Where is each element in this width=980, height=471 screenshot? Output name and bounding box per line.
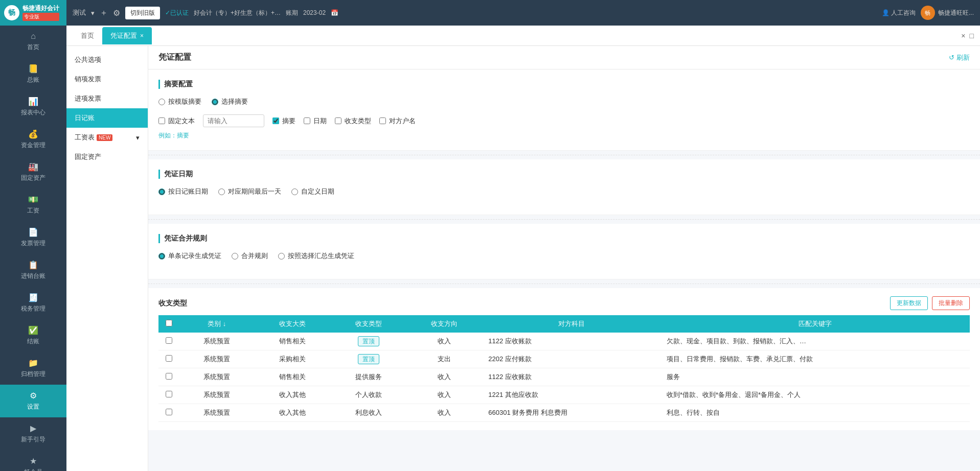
ledger-icon: 📒 (28, 64, 38, 74)
calendar-icon[interactable]: 📅 (331, 9, 338, 16)
select-all-checkbox[interactable] (166, 320, 172, 326)
cell-subject: 1221 其他应收款 (482, 386, 660, 404)
table-header: 收支类型 更新数据 批量删除 (158, 296, 970, 310)
sidebar-item-archive[interactable]: 📁 归档管理 (0, 352, 66, 385)
radio-journal-date[interactable]: 按日记账日期 (158, 187, 208, 196)
radio-select-input[interactable] (212, 99, 218, 105)
radio-template[interactable]: 按模版摘要 (158, 97, 201, 106)
row-checkbox-2[interactable] (166, 373, 172, 380)
sidebar-item-label: 设置 (27, 403, 39, 411)
radio-last-day-input[interactable] (218, 189, 225, 195)
batch-delete-button[interactable]: 批量删除 (932, 296, 970, 310)
radio-template-input[interactable] (158, 99, 165, 105)
cell-category: 系统预置 (179, 386, 255, 404)
checkbox-date[interactable]: 日期 (304, 116, 327, 126)
cell-direction: 收入 (406, 386, 482, 404)
example-text: 例如：摘要 (158, 131, 970, 140)
tab-close-icon[interactable]: × (140, 32, 144, 39)
customer-service-button[interactable]: 👤 人工咨询 (882, 9, 916, 17)
radio-single-record[interactable]: 单条记录生成凭证 (158, 251, 221, 261)
checkbox-counterpart-input[interactable] (379, 117, 386, 124)
sidebar-item-ledger[interactable]: 📒 总账 (0, 58, 66, 90)
cell-category: 系统预置 (179, 333, 255, 350)
account-info: 好会计（专）+好生意（标）+… (194, 9, 281, 17)
radio-last-day[interactable]: 对应期间最后一天 (218, 187, 281, 196)
checkbox-summary[interactable]: 摘要 (272, 116, 295, 126)
page-title: 凭证配置 (158, 52, 191, 63)
radio-summary-input[interactable] (278, 253, 285, 260)
main-content: 测试 ▾ ＋ ⚙ 切到旧版 ✓已认证 好会计（专）+好生意（标）+… 账期 20… (66, 0, 980, 471)
sidebar-item-tax[interactable]: 🧾 税务管理 (0, 287, 66, 319)
dropdown-icon[interactable]: ▾ (91, 9, 95, 17)
leftnav-item-public[interactable]: 公共选项 (66, 50, 148, 69)
cell-major: 销售相关 (255, 368, 330, 386)
add-button[interactable]: ＋ (100, 8, 108, 18)
close-window-button[interactable]: × (961, 32, 965, 40)
summary-radio-group: 按模版摘要 选择摘要 (158, 97, 970, 106)
row-checkbox-4[interactable] (166, 409, 172, 415)
cell-subject: 660301 财务费用 利息费用 (482, 404, 660, 422)
leftnav-item-sales-invoice[interactable]: 销项发票 (66, 69, 148, 89)
radio-single-input[interactable] (158, 253, 165, 260)
checkbox-summary-input[interactable] (272, 117, 279, 124)
main-panel: 凭证配置 ↺ 刷新 摘要配置 按模版摘要 选择摘要 (148, 46, 980, 471)
row-checkbox-3[interactable] (166, 391, 172, 397)
avatar: 畅 (921, 6, 935, 20)
checkbox-fixed-text[interactable]: 固定文本 (158, 116, 195, 126)
guide-icon: ▶ (30, 423, 36, 433)
user-menu[interactable]: 畅 畅捷通旺旺... (921, 6, 974, 20)
update-data-button[interactable]: 更新数据 (890, 296, 928, 310)
income-expense-title: 收支类型 (158, 299, 187, 308)
switch-version-button[interactable]: 切到旧版 (125, 7, 160, 19)
sidebar-item-invoice[interactable]: 📄 发票管理 (0, 221, 66, 254)
table-row: 系统预置 收入其他 个人收款 收入 1221 其他应收款 收到*借款、收到*备用… (158, 386, 970, 404)
cell-keywords: 收到*借款、收到*备用金、退回*备用金、个人 (660, 386, 970, 404)
sidebar-item-guide[interactable]: ▶ 新手引导 (0, 417, 66, 450)
leftnav-item-purchase-invoice[interactable]: 进项发票 (66, 89, 148, 108)
checkbox-date-input[interactable] (304, 117, 310, 124)
checkbox-payment-type-input[interactable] (335, 117, 341, 124)
topbar-settings-icon[interactable]: ⚙ (113, 8, 120, 18)
type-tag[interactable]: 置顶 (358, 336, 379, 346)
sidebar-item-label: 首页 (27, 43, 39, 52)
row-checkbox-0[interactable] (166, 337, 172, 344)
sidebar-item-sales-ledger[interactable]: 📋 进销台账 (0, 254, 66, 287)
type-tag[interactable]: 置顶 (358, 354, 379, 364)
leftnav-item-fixed-assets[interactable]: 固定资产 (66, 147, 148, 167)
sidebar-item-assets[interactable]: 🏭 固定资产 (0, 156, 66, 189)
radio-summary-generate[interactable]: 按照选择汇总生成凭证 (278, 251, 354, 261)
sidebar-item-reports[interactable]: 📊 报表中心 (0, 90, 66, 123)
tax-icon: 🧾 (28, 293, 38, 302)
sidebar-item-label: 畅会员 (24, 468, 42, 471)
topbar: 测试 ▾ ＋ ⚙ 切到旧版 ✓已认证 好会计（专）+好生意（标）+… 账期 20… (66, 0, 980, 26)
radio-merge-rule[interactable]: 合并规则 (232, 251, 268, 261)
radio-journal-date-input[interactable] (158, 189, 165, 195)
sidebar-item-label: 发票管理 (21, 239, 45, 248)
row-checkbox-1[interactable] (166, 355, 172, 362)
leftnav-item-payroll-sheet[interactable]: 工资表 NEW ▾ (66, 128, 148, 147)
maximize-window-button[interactable]: □ (970, 32, 974, 40)
sidebar-item-settings[interactable]: ⚙ 设置 (0, 385, 66, 417)
sidebar-item-home[interactable]: ⌂ 首页 (0, 26, 66, 58)
checkbox-payment-type[interactable]: 收支类型 (335, 116, 371, 126)
sidebar-item-funds[interactable]: 💰 资金管理 (0, 123, 66, 156)
username: 畅捷通旺旺... (938, 9, 974, 17)
sidebar-item-label: 结账 (27, 337, 39, 346)
radio-merge-input[interactable] (232, 253, 238, 260)
tab-home[interactable]: 首页 (73, 27, 102, 44)
checkbox-fixed-text-input[interactable] (158, 117, 165, 124)
fixed-text-input[interactable] (203, 114, 264, 127)
radio-custom-date-input[interactable] (291, 189, 298, 195)
sidebar-item-member[interactable]: ★ 畅会员 (0, 450, 66, 471)
sidebar-item-payroll[interactable]: 💵 工资 (0, 189, 66, 221)
radio-select[interactable]: 选择摘要 (212, 97, 248, 106)
tab-voucher-config[interactable]: 凭证配置 × (102, 27, 152, 44)
sidebar-item-close-accounts[interactable]: ✅ 结账 (0, 319, 66, 352)
funds-icon: 💰 (28, 129, 38, 139)
refresh-button[interactable]: ↺ 刷新 (949, 53, 970, 62)
radio-custom-date[interactable]: 自定义日期 (291, 187, 334, 196)
checkbox-counterpart-name[interactable]: 对方户名 (379, 116, 416, 126)
status-badge: ✓已认证 (165, 9, 189, 17)
cell-type: 置顶 (331, 350, 406, 368)
leftnav-item-journal[interactable]: 日记账 (66, 108, 148, 128)
